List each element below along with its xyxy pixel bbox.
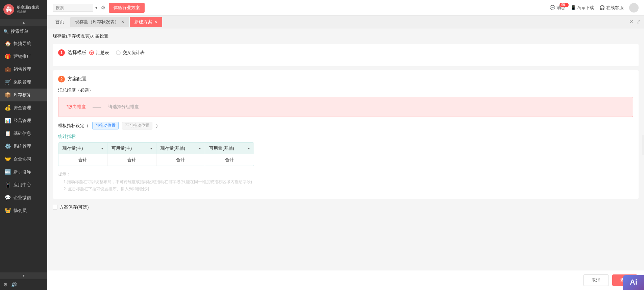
template-radio-group: 汇总表 交叉统计表 (89, 50, 145, 56)
col-1-chevron-icon: ▾ (101, 147, 103, 150)
volume-icon[interactable]: 🔊 (11, 282, 17, 287)
wechat-icon: 💬 (5, 195, 11, 201)
save-checkbox[interactable] (53, 205, 57, 210)
dropdown-icon[interactable]: ▾ (95, 5, 97, 10)
topbar-gear-icon[interactable]: ⚙ (101, 4, 105, 11)
vertical-dimension-label: *纵向维度 (67, 104, 86, 110)
sidebar-item-management[interactable]: 📊 经营管理 (0, 114, 47, 127)
tab-home[interactable]: 首页 (51, 17, 69, 27)
sidebar-item-cooperation[interactable]: 🤝 企业协同 (0, 153, 47, 166)
sidebar-item-app-center[interactable]: 📱 应用中心 (0, 178, 47, 191)
radio-cross-table[interactable]: 交叉统计表 (116, 50, 145, 56)
app-edition: 标准版 (17, 10, 39, 14)
search-icon: 🔍 (3, 29, 9, 34)
tab-inventory-status[interactable]: 现存量（库存状况表） ✕ (70, 17, 129, 27)
box-icon: 📦 (5, 92, 11, 98)
tip-2: 2. 点击标题栏下拉可设置排序、插入列和删除列 (58, 186, 633, 192)
cart-icon: 🛒 (5, 79, 11, 85)
stats-col-1-header[interactable]: 现存量(主) ▾ (58, 143, 107, 154)
step2-header: 2 方案配置 (58, 76, 633, 82)
sidebar-item-member[interactable]: 👑 畅会员 (0, 204, 47, 217)
app-download-button[interactable]: 📱 App下载 (571, 5, 594, 11)
crown-icon: 👑 (5, 208, 11, 214)
handshake-icon: 🤝 (5, 156, 11, 162)
stats-cell-2: 合计 (107, 154, 156, 166)
step1-badge: 1 (58, 49, 65, 56)
message-icon: 💬 (550, 5, 555, 10)
step1-title: 选择模板 (68, 50, 86, 56)
sidebar-item-basic-info[interactable]: 📋 基础信息 (0, 127, 47, 140)
sidebar-search-item[interactable]: 🔍 搜索菜单 (0, 26, 47, 37)
sidebar: 犇 畅康通好生意 标准版 ▲ 🔍 搜索菜单 🏠 快捷导航 🎁 营销推广 💼 销售… (0, 0, 47, 290)
online-service-button[interactable]: 🎧 在线客服 (599, 5, 624, 11)
close-paren: ） (156, 123, 160, 129)
stats-col-2-header[interactable]: 可用量(主) ▾ (107, 143, 156, 154)
col-4-chevron-icon: ▾ (248, 147, 250, 150)
dash-separator: —— (93, 104, 101, 110)
stats-cell-3: 合计 (156, 154, 205, 166)
tab-home-label: 首页 (55, 19, 64, 24)
dimension-selection-box[interactable]: *纵向维度 —— 请选择分组维度 (58, 97, 633, 117)
sidebar-search-label: 搜索菜单 (11, 28, 28, 34)
nav-label: 库存核算 (14, 92, 31, 98)
sidebar-scroll-up[interactable]: ▲ (0, 19, 47, 26)
sidebar-footer: ⚙ 🔊 (0, 279, 47, 290)
sidebar-item-newbie[interactable]: 🆕 新手引导 (0, 166, 47, 178)
topbar-right: 💬 消息 99+ 📱 App下载 🎧 在线客服 (550, 3, 639, 13)
user-avatar[interactable] (629, 3, 639, 13)
col-3-label: 现存量(基辅) (160, 145, 185, 151)
radio-summary-table[interactable]: 汇总表 (89, 50, 109, 56)
cancel-button[interactable]: 取消 (583, 274, 609, 286)
sidebar-item-sales[interactable]: 💼 销售管理 (0, 63, 47, 76)
col-2-label: 可用量(主) (112, 145, 132, 151)
phone-icon: 📱 (5, 182, 11, 188)
tips-title: 提示： (58, 171, 633, 177)
industry-solution-button[interactable]: 体验行业方案 (109, 3, 145, 13)
right-scroll-indicator (642, 135, 644, 155)
footer-bar: 取消 查询 (47, 270, 644, 290)
radio-summary-label: 汇总表 (96, 50, 109, 56)
sidebar-logo: 犇 畅康通好生意 标准版 (0, 0, 47, 19)
panel-controls: ✕ ⤢ (629, 19, 641, 25)
stats-col-3-header[interactable]: 现存量(基辅) ▾ (156, 143, 205, 154)
clipboard-icon: 📋 (5, 130, 11, 137)
col-1-label: 现存量(主) (63, 145, 83, 151)
col-2-chevron-icon: ▾ (150, 147, 152, 150)
ai-badge[interactable]: Ai (623, 275, 644, 290)
logo-icon: 犇 (3, 4, 14, 15)
stats-cell-1: 合计 (58, 154, 107, 166)
save-option-label: 方案保存(可选) (59, 204, 89, 210)
phone-icon: 📱 (571, 5, 576, 10)
sidebar-item-wechat[interactable]: 💬 企业微信 (0, 191, 47, 204)
headphone-icon: 🎧 (599, 5, 605, 10)
tab-new-scheme-close-icon[interactable]: ✕ (154, 20, 157, 24)
panel-close-icon[interactable]: ✕ (629, 19, 634, 25)
non-draggable-tag-item: 不可拖动位置 (122, 122, 152, 129)
gift-icon: 🎁 (5, 53, 11, 59)
sidebar-item-purchase[interactable]: 🛒 采购管理 (0, 76, 47, 89)
sidebar-scroll-down[interactable]: ▼ (0, 272, 47, 279)
tab-new-scheme[interactable]: 新建方案 ✕ (130, 17, 162, 27)
sidebar-item-finance[interactable]: 💰 资金管理 (0, 101, 47, 114)
tips-section: 提示： 1.拖动标题栏可以调整布局，不可跨维度或指标区域拖动栏目字段(只能在同一… (58, 171, 633, 192)
tab-inventory-close-icon[interactable]: ✕ (121, 20, 124, 24)
page-title: 现存量(库存状况表)方案设置 (53, 33, 639, 39)
sidebar-item-quick-nav[interactable]: 🏠 快捷导航 (0, 37, 47, 50)
nav-label: 经营管理 (14, 118, 31, 124)
save-option-row: 方案保存(可选) (53, 204, 639, 210)
nav-label: 系统管理 (14, 143, 31, 149)
stats-col-4-header[interactable]: 可用量(基辅) ▾ (205, 143, 254, 154)
sidebar-item-system[interactable]: ⚙️ 系统管理 (0, 140, 47, 153)
panel-expand-icon[interactable]: ⤢ (636, 19, 641, 25)
topbar-search-input[interactable] (53, 4, 93, 12)
home-icon: 🏠 (5, 41, 11, 47)
settings-icon[interactable]: ⚙ (3, 282, 8, 287)
nav-label: 新手引导 (14, 169, 31, 175)
sidebar-item-inventory[interactable]: 📦 库存核算 (0, 89, 47, 101)
step1-header: 1 选择模板 汇总表 交叉统计表 (58, 49, 633, 56)
sidebar-item-marketing[interactable]: 🎁 营销推广 (0, 50, 47, 63)
nav-label: 应用中心 (14, 182, 31, 188)
draggable-tag: 可拖动位置 (92, 122, 119, 129)
message-button[interactable]: 💬 消息 99+ (550, 5, 565, 11)
nav-label: 快捷导航 (14, 41, 31, 47)
